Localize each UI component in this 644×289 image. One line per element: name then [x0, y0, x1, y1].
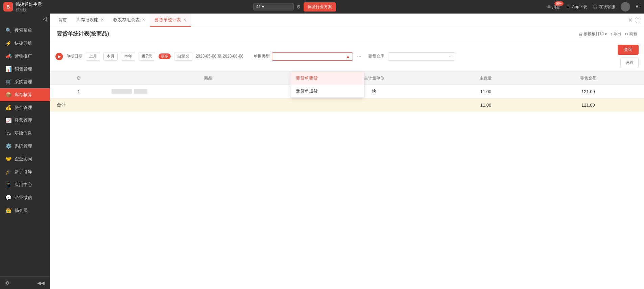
- app-download-action[interactable]: 📱 App下载: [566, 4, 587, 10]
- sidebar-item-vip[interactable]: 👑 畅会员: [0, 204, 50, 217]
- warehouse-filter-select[interactable]: ···: [388, 52, 455, 61]
- message-badge: 99+: [554, 1, 564, 6]
- footer-settings-icon[interactable]: ⚙: [5, 280, 10, 286]
- basic-icon: 🗂: [5, 131, 11, 136]
- sidebar-item-sales[interactable]: 📊 销售管理: [0, 63, 50, 75]
- header-center: 41 ▾ ⚙ 体验行业方案: [253, 2, 336, 12]
- tab-stock-summary[interactable]: 收发存汇总表 ✕: [109, 14, 150, 27]
- export-action[interactable]: ↑ 导出: [610, 31, 621, 37]
- tab-actions: ✕ ⛶: [628, 17, 641, 23]
- col-amount: 零售金额: [532, 72, 644, 85]
- online-service-label: 在线客服: [599, 4, 615, 10]
- tab-action-close-icon[interactable]: ✕: [628, 17, 633, 23]
- type-filter-select[interactable]: ▲: [272, 52, 353, 61]
- sidebar-label-marketing: 营销推广: [15, 53, 32, 59]
- dropdown-item-order-return[interactable]: 要货单退货: [290, 85, 364, 97]
- top-header: B 畅捷通好生意 标准版 41 ▾ ⚙ 体验行业方案 ✉ 消息 99+ 📱 Ap…: [0, 0, 644, 14]
- messages-action[interactable]: ✉ 消息 99+: [547, 4, 560, 10]
- marketing-icon: 📣: [5, 53, 12, 59]
- sidebar-item-basic[interactable]: 🗂 基础信息: [0, 127, 50, 140]
- query-button[interactable]: 查询: [618, 45, 639, 55]
- enterprise-icon: 🤝: [5, 156, 12, 162]
- settings-gear-icon[interactable]: ⚙: [296, 4, 301, 9]
- header-left: B 畅捷通好生意 标准版: [3, 1, 42, 13]
- col-settings-icon[interactable]: ⚙: [76, 75, 81, 81]
- industry-button[interactable]: 体验行业方案: [304, 2, 336, 12]
- table-container: ⚙ 商品 主计量单位 主数量 零售金额 1: [50, 72, 644, 289]
- refresh-icon: ↻: [625, 32, 628, 37]
- sidebar-item-shortcut[interactable]: ⚡ 快捷导航: [0, 37, 50, 50]
- sidebar-label-system: 系统管理: [15, 143, 32, 149]
- tab-home[interactable]: 首页: [53, 14, 72, 27]
- tab-home-label: 首页: [58, 17, 67, 23]
- export-icon: ↑: [610, 32, 612, 37]
- sidebar-item-enterprise[interactable]: 🤝 企业协同: [0, 153, 50, 165]
- refresh-action[interactable]: ↻ 刷新: [625, 31, 637, 37]
- filter-expand-button[interactable]: ▶: [55, 53, 63, 60]
- app-version: 标准版: [16, 7, 42, 13]
- sidebar-label-sales: 销售管理: [15, 66, 32, 72]
- user-avatar[interactable]: [621, 2, 630, 12]
- table-total-row: 合计 11.00 121.00: [50, 98, 644, 112]
- sidebar-item-inventory[interactable]: 📦 库存核算: [0, 88, 50, 101]
- product-placeholder-2: [134, 89, 147, 94]
- system-icon: ⚙️: [5, 143, 12, 149]
- set-button[interactable]: 设置: [620, 58, 639, 68]
- tab-close-order-stats[interactable]: ✕: [183, 18, 186, 22]
- tab-inventory-batch-label: 库存批次账: [76, 17, 98, 23]
- refresh-label: 刷新: [629, 31, 637, 37]
- more-dates-button[interactable]: 更多: [159, 53, 171, 59]
- sidebar-item-guide[interactable]: 🎓 新手引导: [0, 165, 50, 178]
- date-btn-this-year[interactable]: 本年: [121, 52, 135, 61]
- date-range-display: 2023-05-06 至 2023-06-06: [196, 53, 243, 59]
- store-selector[interactable]: 41 ▾: [253, 3, 294, 10]
- app-name: 畅捷通好生意: [16, 1, 42, 7]
- date-btn-this-month[interactable]: 本月: [103, 52, 118, 61]
- sidebar-item-operation[interactable]: 📈 经营管理: [0, 114, 50, 127]
- sidebar-item-system[interactable]: ⚙️ 系统管理: [0, 140, 50, 153]
- sidebar-item-finance[interactable]: 💰 资金管理: [0, 101, 50, 114]
- type-filter-label: 单据类型: [254, 53, 270, 59]
- sidebar-label-basic: 基础信息: [14, 130, 32, 136]
- tab-inventory-batch[interactable]: 库存批次账 ✕: [72, 14, 109, 27]
- user-name: Rit: [636, 4, 641, 9]
- tab-bar: 首页 库存批次账 ✕ 收发存汇总表 ✕ 要货单统计表 ✕ ✕ ⛶: [50, 14, 644, 27]
- sidebar-item-apps[interactable]: 📱 应用中心: [0, 178, 50, 191]
- type-more-icon[interactable]: ···: [357, 53, 361, 60]
- sidebar-item-marketing[interactable]: 📣 营销推广: [0, 50, 50, 63]
- app-download-label: App下载: [572, 4, 587, 10]
- main-layout: ◁ 🔍 搜索菜单 ⚡ 快捷导航 📣 营销推广 📊 销售管理 🛒 采购管理 📦 库…: [0, 0, 644, 289]
- sidebar-label-purchase: 采购管理: [15, 79, 32, 85]
- content-area: 首页 库存批次账 ✕ 收发存汇总表 ✕ 要货单统计表 ✕ ✕ ⛶ 要货单统计表(…: [50, 14, 644, 289]
- online-service-action[interactable]: 🎧 在线客服: [593, 4, 615, 10]
- sidebar-label-inventory: 库存核算: [15, 92, 32, 98]
- date-btn-7days[interactable]: 近7天: [139, 52, 155, 61]
- total-quantity: 11.00: [439, 98, 532, 112]
- sidebar-item-search[interactable]: 🔍 搜索菜单: [0, 24, 50, 37]
- product-placeholder-1: [112, 89, 132, 94]
- footer-collapse-icon[interactable]: ◀◀: [37, 280, 45, 286]
- date-btn-prev-month[interactable]: 上月: [86, 52, 100, 61]
- print-action[interactable]: 🖨 按模板打印 ▾: [578, 31, 607, 37]
- sidebar-item-wechat[interactable]: 💬 企业微信: [0, 191, 50, 204]
- store-value: 41: [256, 4, 261, 9]
- guide-icon: 🎓: [5, 169, 12, 175]
- sidebar-label-operation: 经营管理: [15, 117, 32, 124]
- sidebar-item-purchase[interactable]: 🛒 采购管理: [0, 75, 50, 88]
- custom-date-button[interactable]: 自定义: [174, 52, 192, 61]
- total-unit: [309, 98, 439, 112]
- tab-stock-summary-label: 收发存汇总表: [113, 17, 140, 23]
- sidebar-label-wechat: 企业微信: [15, 195, 32, 201]
- tab-close-inventory-batch[interactable]: ✕: [101, 18, 104, 22]
- col-settings: ⚙: [50, 72, 108, 85]
- type-filter-input[interactable]: [275, 54, 344, 59]
- export-label: 导出: [613, 31, 621, 37]
- sidebar-collapse[interactable]: ◁: [0, 14, 50, 24]
- tab-action-expand-icon[interactable]: ⛶: [635, 17, 641, 23]
- product-cell: [112, 89, 305, 94]
- sidebar-label-shortcut: 快捷导航: [15, 40, 32, 46]
- dropdown-item-order-goods[interactable]: 要货单要货: [290, 72, 364, 85]
- tab-close-stock-summary[interactable]: ✕: [142, 18, 145, 22]
- page-header: 要货单统计表(按商品) 🖨 按模板打印 ▾ ↑ 导出 ↻ 刷新: [50, 27, 644, 41]
- tab-order-stats[interactable]: 要货单统计表 ✕: [150, 14, 191, 27]
